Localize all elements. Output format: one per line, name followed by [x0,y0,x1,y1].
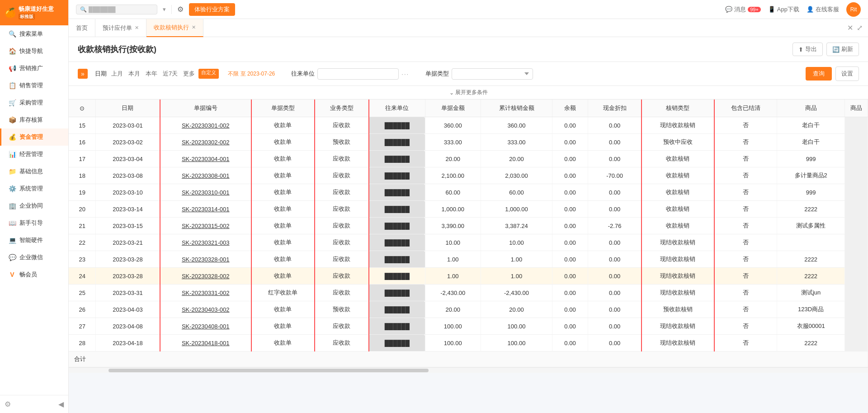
cell-docno[interactable]: SK-20230314-001 [160,201,251,218]
industry-btn[interactable]: 体验行业方案 [189,3,235,16]
filter-doctype-select[interactable] [452,68,533,80]
filter-partner-input[interactable] [317,68,399,80]
sidebar-item-basic[interactable]: 📁 基础信息 [0,163,68,180]
sidebar-settings-icon[interactable]: ⚙ [5,400,11,408]
cell-biztype: 应收款 [315,117,369,134]
tab-payable-label: 预计应付单 [103,24,132,32]
topbar-dropdown-icon[interactable]: ▾ [163,6,166,13]
filter-last-month[interactable]: 上月 [109,69,125,79]
sidebar-item-inventory[interactable]: 📦 库存核算 [0,111,68,128]
cell-docno[interactable]: SK-20230321-003 [160,234,251,251]
page-header-actions: ⬆ 导出 🔄 刷新 [793,43,859,56]
cell-veriftype: 现结收款核销 [642,251,714,268]
cell-seq: 20 [69,201,96,218]
filter-this-year[interactable]: 本年 [144,69,159,79]
cell-biztype: 预收款 [315,301,369,318]
sidebar-item-enterprise[interactable]: 🏢 企业协同 [0,197,68,214]
sidebar-label-search: 搜索菜单 [19,30,43,38]
col-header-seq: ⊙ [69,100,96,117]
sidebar-item-finance[interactable]: 💰 资金管理 [0,128,68,146]
cell-docno[interactable]: SK-20230331-002 [160,285,251,301]
user-avatar[interactable]: Rit [846,2,861,17]
topbar-gear-icon[interactable]: ⚙ [177,5,184,14]
settings-btn[interactable]: 设置 [835,66,859,81]
cell-product2 [845,117,868,134]
sidebar-item-operation[interactable]: 📊 经营管理 [0,146,68,163]
tabs-actions: ✕ ⤢ [842,24,868,32]
sidebar-item-sales[interactable]: 📋 销售管理 [0,77,68,94]
sidebar-item-hardware[interactable]: 💻 智能硬件 [0,232,68,249]
sidebar-item-search[interactable]: 🔍 搜索菜单 [0,25,68,43]
cell-docno[interactable]: SK-20230403-002 [160,301,251,318]
cell-seq: 16 [69,134,96,151]
sidebar-item-quicknav[interactable]: 🏠 快捷导航 [0,43,68,60]
notifications-item[interactable]: 💬 消息 99+ [725,5,761,14]
cell-docno[interactable]: SK-20230328-001 [160,251,251,268]
tab-home[interactable]: 首页 [69,19,95,37]
tab-payable[interactable]: 预计应付单 ✕ [95,19,146,37]
app-download-item[interactable]: 📱 App下载 [768,5,799,14]
sidebar-item-wechat[interactable]: 💬 企业微信 [0,249,68,266]
cell-balance: 0.00 [552,184,588,201]
cell-docno[interactable]: SK-20230310-001 [160,184,251,201]
filter-partner-group: 往来单位 ··· [291,68,409,80]
cell-product: 999 [777,184,845,201]
cell-partner: ██████ [369,167,425,184]
filter-expand-btn[interactable]: » [78,69,88,79]
cell-doctype: 收款单 [251,134,315,151]
cell-cashdiscount: -2.76 [588,218,642,234]
cell-balance: 0.00 [552,151,588,167]
table-row: 222023-03-21SK-20230321-003收款单应收款██████1… [69,234,868,251]
cell-veriftype: 收款核销 [642,184,714,201]
tab-close-all-icon[interactable]: ✕ [847,24,853,32]
tab-collection-label: 收款核销执行 [154,24,189,32]
cell-docno[interactable]: SK-20230304-001 [160,151,251,167]
cell-product: 123D商品 [777,301,845,318]
expand-more-btn[interactable]: ⌄ 展开更多条件 [449,89,488,96]
cell-doctype: 收款单 [251,301,315,318]
tab-payable-close[interactable]: ✕ [135,25,139,31]
cell-docno[interactable]: SK-20230418-001 [160,335,251,351]
online-service-label: 在线客服 [816,5,839,14]
expand-more-label: 展开更多条件 [455,89,488,96]
query-btn[interactable]: 查询 [806,67,832,81]
main-content: 🔍 ███████ ▾ ⚙ 体验行业方案 💬 消息 99+ 📱 App下载 👤 … [69,0,868,413]
cell-totalverif: 100.00 [481,318,552,335]
cell-biztype: 应收款 [315,335,369,351]
online-service-item[interactable]: 👤 在线客服 [807,5,839,14]
sidebar-collapse-icon[interactable]: ◀ [58,400,64,408]
cell-docno[interactable]: SK-20230408-001 [160,318,251,335]
cell-docno[interactable]: SK-20230301-002 [160,117,251,134]
col-header-product2: 商品 [845,100,868,117]
tab-expand-icon[interactable]: ⤢ [857,24,863,32]
filter-7days[interactable]: 近7天 [161,69,179,79]
sidebar-item-system[interactable]: ⚙️ 系统管理 [0,180,68,197]
col-header-biztype: 业务类型 [315,100,369,117]
cell-biztype: 应收款 [315,285,369,301]
cell-docno[interactable]: SK-20230308-001 [160,167,251,184]
cell-veriftype: 收款核销 [642,167,714,184]
cell-docno[interactable]: SK-20230328-002 [160,268,251,285]
export-btn[interactable]: ⬆ 导出 [793,43,823,56]
sidebar-item-guide[interactable]: 📖 新手引导 [0,214,68,232]
sidebar-item-member[interactable]: V 畅会员 [0,266,68,283]
col-header-docno: 单据编号 [160,100,251,117]
filter-custom-btn[interactable]: 自定义 [198,69,219,79]
cell-seq: 18 [69,167,96,184]
filter-this-month[interactable]: 本月 [127,69,142,79]
data-table: ⊙ 日期 单据编号 单据类型 业务类型 往来单位 单据金额 累计核销金额 余额 … [69,100,868,367]
filter-more-dates[interactable]: 更多 [181,69,197,79]
expand-chevron-icon: ⌄ [449,90,454,96]
sidebar-item-purchase[interactable]: 🛒 采购管理 [0,94,68,111]
tab-collection[interactable]: 收款核销执行 ✕ [146,19,203,37]
cell-amount: 100.00 [425,318,481,335]
sidebar-item-marketing[interactable]: 📢 营销推广 [0,60,68,77]
cell-docno[interactable]: SK-20230302-002 [160,134,251,151]
refresh-btn[interactable]: 🔄 刷新 [826,43,859,56]
cell-date: 2023-04-18 [96,335,160,351]
col-header-doctype: 单据类型 [251,100,315,117]
cell-docno[interactable]: SK-20230315-002 [160,218,251,234]
cell-product: 老白干 [777,134,845,151]
cell-veriftype: 现结收款核销 [642,234,714,251]
tab-collection-close[interactable]: ✕ [192,24,196,30]
